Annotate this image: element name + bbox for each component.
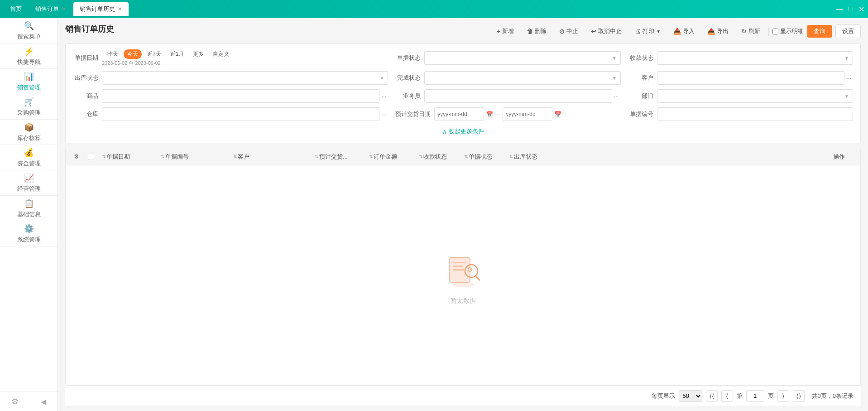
export-button[interactable]: 📤 导出	[703, 25, 733, 38]
select-all-checkbox[interactable]	[88, 154, 94, 160]
order-no-input[interactable]	[657, 107, 853, 121]
top-bar: 首页 销售订单 ✕ 销售订单历史 ✕ — □ ✕	[0, 0, 868, 18]
basic-info-icon: 📋	[24, 198, 34, 208]
th-amount[interactable]: ⇅ 订单金额	[365, 153, 415, 161]
order-status-select[interactable]: ▼	[424, 51, 620, 65]
tab-sales-order-history[interactable]: 销售订单历史 ✕	[73, 2, 129, 16]
completion-status-select[interactable]: ▼	[424, 71, 620, 85]
th-order-no[interactable]: ⇅ 单据编号	[157, 153, 230, 161]
order-status-dropdown-icon: ▼	[612, 56, 617, 61]
page-size-select[interactable]: 50 100 200	[679, 390, 702, 402]
refresh-icon: ↻	[741, 28, 747, 35]
expected-date-start[interactable]	[434, 107, 484, 121]
tab-sales-order[interactable]: 销售订单 ✕	[29, 2, 72, 16]
sort-delivery-icon: ⇅	[509, 154, 513, 159]
next-page-button[interactable]: ⟩	[777, 390, 789, 402]
last-page-button[interactable]: ⟩⟩	[793, 390, 805, 402]
tab-home[interactable]: 首页	[4, 2, 28, 16]
tab-sales-order-close[interactable]: ✕	[62, 6, 66, 12]
prev-page-button[interactable]: ⟨	[721, 390, 733, 402]
filter-panel: 单据日期 昨天 今天 近7天 近1月 更多 自定义 2023-06-02 至 2…	[65, 44, 861, 143]
quick-nav-icon: ⚡	[24, 46, 34, 56]
print-button[interactable]: 🖨 打印 ▼	[630, 25, 665, 38]
customer-ellipsis[interactable]: ···	[844, 75, 853, 82]
sidebar-item-operations[interactable]: 📈 经营管理	[0, 170, 58, 196]
sort-customer-icon: ⇅	[233, 154, 237, 159]
query-button[interactable]: 查询	[807, 25, 832, 38]
collapse-conditions-btn[interactable]: ∧ 收起更多条件	[73, 126, 853, 137]
th-order-status[interactable]: ⇅ 单据状态	[460, 153, 506, 161]
page-number-input[interactable]	[746, 390, 764, 402]
table-header: ⚙ ⇅ 单据日期 ⇅ 单据编号 ⇅ 客户 ⇅	[66, 148, 860, 165]
custom-btn[interactable]: 自定义	[209, 49, 233, 59]
sidebar-item-basic-info[interactable]: 📋 基础信息	[0, 196, 58, 221]
window-maximize-icon[interactable]: □	[849, 5, 853, 13]
sidebar-item-system-mgmt[interactable]: ⚙️ 系统管理	[0, 221, 58, 247]
department-select[interactable]: ▼	[657, 89, 853, 103]
th-customer[interactable]: ⇅ 客户	[230, 153, 311, 161]
salesperson-ellipsis[interactable]: ···	[612, 93, 621, 100]
cancel-stop-button[interactable]: ↩ 取消中止	[586, 25, 626, 38]
delete-button[interactable]: 🗑 删除	[522, 25, 551, 38]
warehouse-ellipsis[interactable]: ···	[379, 111, 388, 118]
empty-illustration	[441, 246, 486, 291]
sidebar-item-quick-nav[interactable]: ⚡ 快捷导航	[0, 44, 58, 69]
th-delivery-status[interactable]: ⇅ 出库状态	[506, 153, 560, 161]
payment-status-select[interactable]: ▼	[657, 51, 853, 65]
sidebar-item-purchase-mgmt[interactable]: 🛒 采购管理	[0, 94, 58, 120]
sort-order-status-icon: ⇅	[464, 154, 468, 159]
more-btn[interactable]: 更多	[189, 49, 207, 59]
filter-salesperson-item: 业务员 ···	[395, 89, 620, 103]
collapse-up-icon: ∧	[442, 128, 447, 135]
th-checkbox[interactable]	[84, 154, 98, 160]
show-detail-checkbox[interactable]	[772, 29, 778, 34]
svg-rect-2	[453, 262, 466, 263]
show-detail-checkbox-wrap[interactable]: 显示明细	[772, 27, 804, 35]
th-settings[interactable]: ⚙	[69, 153, 84, 160]
sidebar-item-search-menu[interactable]: 🔍 搜索菜单	[0, 18, 58, 44]
th-date[interactable]: ⇅ 单据日期	[98, 153, 157, 161]
sidebar-settings-icon[interactable]: ⚙	[11, 396, 19, 406]
import-icon: 📥	[673, 28, 681, 35]
completion-status-dropdown-icon: ▼	[612, 76, 617, 81]
delivery-status-select[interactable]: ▼	[102, 71, 388, 85]
window-minimize-icon[interactable]: —	[836, 5, 843, 13]
import-button[interactable]: 📥 导入	[669, 25, 699, 38]
sidebar-item-sales-mgmt[interactable]: 📊 销售管理	[0, 69, 58, 94]
warehouse-input[interactable]	[102, 107, 379, 121]
goods-input[interactable]	[102, 89, 379, 103]
new-button[interactable]: + 新增	[492, 25, 518, 38]
sales-mgmt-icon: 📊	[24, 72, 34, 82]
table-settings-icon[interactable]: ⚙	[74, 153, 79, 160]
print-icon: 🖨	[634, 28, 641, 35]
svg-point-0	[452, 282, 475, 287]
refresh-button[interactable]: ↻ 刷新	[737, 25, 765, 38]
last1m-btn[interactable]: 近1月	[167, 49, 188, 59]
top-right-controls: — □ ✕	[836, 5, 864, 14]
calendar-start-icon[interactable]: 📅	[486, 111, 493, 118]
goods-ellipsis[interactable]: ···	[379, 93, 388, 100]
th-expected-date[interactable]: ⇅ 预计交货...	[311, 153, 365, 161]
today-btn[interactable]: 今天	[124, 49, 142, 59]
sort-expected-date-icon: ⇅	[315, 154, 318, 159]
window-close-icon[interactable]: ✕	[858, 5, 864, 14]
yesterday-btn[interactable]: 昨天	[104, 49, 122, 59]
sidebar-collapse-icon[interactable]: ◀	[41, 397, 46, 406]
sidebar-item-inventory[interactable]: 📦 库存核算	[0, 120, 58, 145]
th-action: 操作	[830, 153, 857, 161]
first-page-button[interactable]: ⟨⟨	[706, 390, 718, 402]
stop-button[interactable]: ⊘ 中止	[555, 25, 583, 38]
filter-payment-status-item: 收款状态 ▼	[628, 51, 853, 65]
content-area: 销售订单历史 + 新增 🗑 删除 ⊘ 中止 ↩ 取消中止	[58, 18, 868, 411]
sidebar-item-finance[interactable]: 💰 资金管理	[0, 145, 58, 170]
last7-btn[interactable]: 近7天	[144, 49, 165, 59]
settings-button[interactable]: 设置	[835, 24, 861, 38]
department-dropdown-icon: ▼	[844, 94, 849, 99]
customer-input[interactable]	[657, 71, 845, 85]
tab-sales-order-history-close[interactable]: ✕	[118, 6, 122, 12]
expected-date-end[interactable]	[503, 107, 552, 121]
th-payment-status[interactable]: ⇅ 收款状态	[415, 153, 460, 161]
calendar-end-icon[interactable]: 📅	[554, 111, 561, 118]
pagination: 每页显示 50 100 200 ⟨⟨ ⟨ 第 页 ⟩ ⟩⟩ 共0页，0条记录	[65, 386, 861, 406]
salesperson-input[interactable]	[424, 89, 612, 103]
